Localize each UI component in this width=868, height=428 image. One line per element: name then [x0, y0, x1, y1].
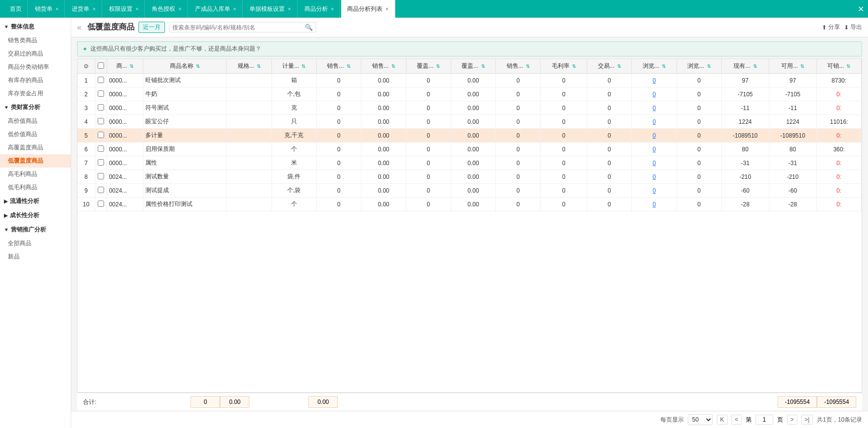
sidebar-section-liquidity[interactable]: ▶ 流通性分析	[0, 194, 71, 208]
export-button[interactable]: ⬇ 导出	[844, 23, 862, 31]
nav-role-auth[interactable]: 角色授权 ×	[146, 0, 188, 18]
row-checkbox-cell[interactable]	[95, 87, 107, 101]
cover2-column-header[interactable]: 覆盖... ⇅	[451, 59, 495, 74]
row-browse1[interactable]: 0	[632, 170, 677, 184]
row-checkbox[interactable]	[98, 159, 104, 166]
nav-product-analysis-list[interactable]: 商品分析列表 ×	[341, 0, 395, 18]
cover1-column-header[interactable]: 覆盖... ⇅	[406, 59, 451, 74]
row-checkbox-cell[interactable]	[95, 198, 107, 211]
saleable-column-header[interactable]: 可销... ⇅	[816, 59, 861, 74]
share-button[interactable]: ⬆ 分享	[822, 23, 840, 31]
row-checkbox[interactable]	[98, 104, 104, 111]
sidebar-collapse-button[interactable]: «	[77, 23, 81, 32]
close-icon[interactable]: ×	[55, 6, 58, 12]
row-checkbox-cell[interactable]	[95, 156, 107, 170]
sidebar-section-wealth-analysis[interactable]: ▼ 类财富分析	[0, 100, 71, 114]
sidebar-item-all-products[interactable]: 全部商品	[0, 237, 71, 250]
row-checkbox-cell[interactable]	[95, 115, 107, 129]
table-row: 10 0024... 属性价格打印测试 个 0 0.00 0 0.00 0 0 …	[78, 198, 862, 211]
sidebar-section-marketing[interactable]: ▼ 营销推广分析	[0, 223, 71, 237]
sidebar-item-traded-products[interactable]: 交易过的商品	[0, 47, 71, 60]
filter-recent-month-button[interactable]: 近一月	[138, 22, 165, 33]
nav-product-inbound[interactable]: 产成品入库单 ×	[189, 0, 243, 18]
close-icon[interactable]: ×	[92, 6, 95, 12]
row-browse1[interactable]: 0	[632, 198, 677, 211]
close-icon[interactable]: ×	[136, 6, 138, 12]
nav-template-settings[interactable]: 单据模板设置 ×	[244, 0, 297, 18]
per-page-select[interactable]: 50 100 200	[688, 414, 713, 425]
spec-column-header[interactable]: 规格... ⇅	[227, 59, 271, 74]
close-icon[interactable]: ×	[178, 6, 181, 12]
row-checkbox[interactable]	[98, 132, 104, 138]
row-checkbox[interactable]	[98, 200, 104, 207]
row-checkbox-cell[interactable]	[95, 129, 107, 143]
close-all-tabs-button[interactable]: ✕	[858, 4, 864, 14]
row-checkbox[interactable]	[98, 187, 104, 193]
row-browse1[interactable]: 0	[632, 156, 677, 170]
sales3-column-header[interactable]: 销售... ⇅	[496, 59, 541, 74]
sidebar-section-growth[interactable]: ▶ 成长性分析	[0, 208, 71, 223]
sidebar-item-high-coverage[interactable]: 高覆盖度商品	[0, 141, 71, 154]
row-browse1[interactable]: 0	[632, 143, 677, 156]
close-icon[interactable]: ×	[233, 6, 236, 12]
search-input[interactable]	[172, 24, 305, 31]
sidebar-item-low-coverage[interactable]: 低覆盖度商品	[0, 154, 71, 168]
sidebar-item-inventory-capital[interactable]: 库存资金占用	[0, 87, 71, 100]
last-page-button[interactable]: >|	[801, 415, 813, 425]
trade-column-header[interactable]: 交易... ⇅	[587, 59, 632, 74]
row-cover1: 0	[406, 143, 451, 156]
row-checkbox-cell[interactable]	[95, 143, 107, 156]
name-column-header[interactable]: 商品名称 ⇅	[143, 59, 227, 74]
browse1-column-header[interactable]: 浏览... ⇅	[632, 59, 677, 74]
current-column-header[interactable]: 现有... ⇅	[722, 59, 769, 74]
nav-purchase-order[interactable]: 进货单 ×	[66, 0, 102, 18]
close-icon[interactable]: ×	[288, 6, 291, 12]
nav-home[interactable]: 首页	[4, 0, 28, 18]
code-column-header[interactable]: 商... ⇅	[107, 59, 143, 74]
first-page-button[interactable]: K	[717, 415, 728, 425]
sidebar-item-category-turnover[interactable]: 商品分类动销率	[0, 60, 71, 74]
select-all-checkbox[interactable]	[98, 62, 104, 69]
next-page-button[interactable]: >	[787, 415, 797, 425]
row-browse1[interactable]: 0	[632, 129, 677, 143]
sidebar-item-high-margin[interactable]: 高毛利商品	[0, 168, 71, 181]
row-checkbox[interactable]	[98, 77, 104, 83]
settings-icon[interactable]: ⚙	[83, 63, 89, 70]
row-browse1[interactable]: 0	[632, 101, 677, 115]
sales-amt-column-header[interactable]: 销售... ⇅	[361, 59, 406, 74]
unit-column-header[interactable]: 计量... ⇅	[271, 59, 316, 74]
checkbox-column-header[interactable]	[95, 59, 107, 74]
row-browse1[interactable]: 0	[632, 87, 677, 101]
row-checkbox-cell[interactable]	[95, 170, 107, 184]
sidebar-item-new-products[interactable]: 新品	[0, 250, 71, 263]
nav-sales-order[interactable]: 销货单 ×	[29, 0, 65, 18]
row-checkbox[interactable]	[98, 173, 104, 179]
browse2-column-header[interactable]: 浏览... ⇅	[677, 59, 721, 74]
row-browse1[interactable]: 0	[632, 184, 677, 198]
sidebar-item-sales-products[interactable]: 销售类商品	[0, 34, 71, 47]
sales-qty-column-header[interactable]: 销售... ⇅	[316, 59, 361, 74]
page-number-input[interactable]	[756, 415, 773, 425]
prev-page-button[interactable]: <	[732, 415, 742, 425]
close-icon[interactable]: ×	[385, 6, 388, 12]
row-checkbox-cell[interactable]	[95, 184, 107, 198]
sidebar-item-low-value[interactable]: 低价值商品	[0, 128, 71, 141]
sidebar-item-high-value[interactable]: 高价值商品	[0, 114, 71, 128]
row-browse1[interactable]: 0	[632, 115, 677, 129]
nav-product-analysis[interactable]: 商品分析 ×	[298, 0, 340, 18]
available-column-header[interactable]: 可用... ⇅	[769, 59, 816, 74]
sidebar-item-low-margin[interactable]: 低毛利商品	[0, 181, 71, 194]
row-browse1[interactable]: 0	[632, 74, 677, 87]
sidebar-section-overview[interactable]: ▼ 整体信息	[0, 20, 71, 34]
row-checkbox[interactable]	[98, 90, 104, 97]
close-icon[interactable]: ×	[331, 6, 334, 12]
row-checkbox[interactable]	[98, 118, 104, 124]
row-checkbox[interactable]	[98, 145, 104, 152]
settings-column-header[interactable]: ⚙	[78, 59, 95, 74]
gross-rate-column-header[interactable]: 毛利率 ⇅	[541, 59, 587, 74]
row-checkbox-cell[interactable]	[95, 101, 107, 115]
nav-permission-settings[interactable]: 权限设置 ×	[103, 0, 145, 18]
row-checkbox-cell[interactable]	[95, 74, 107, 87]
sidebar-item-instock-products[interactable]: 有库存的商品	[0, 74, 71, 87]
data-table-container[interactable]: ⚙ 商... ⇅ 商品名称 ⇅ 规格... ⇅ 计量... ⇅ 销售... ⇅ …	[77, 58, 862, 393]
